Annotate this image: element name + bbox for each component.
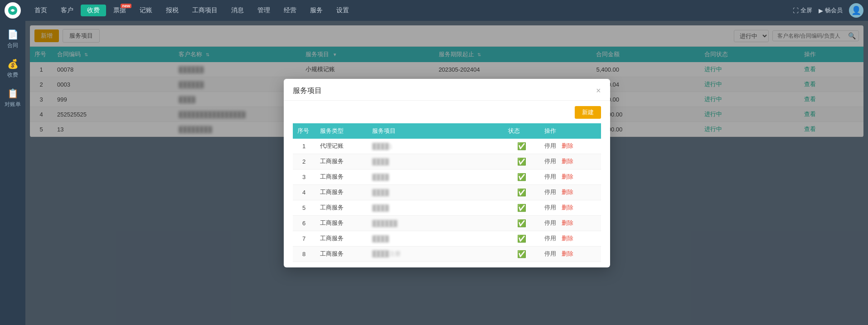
modal-th-seq: 序号 <box>293 123 315 139</box>
nav-fee[interactable]: 收费 <box>81 5 106 16</box>
delete-button[interactable]: 删除 <box>562 250 573 257</box>
modal-header: 服务项目 × <box>284 79 610 101</box>
contract-icon: 📄 <box>7 29 19 40</box>
sidebar: 📄 合同 💰 收费 📋 对账单 <box>0 21 25 325</box>
status-check-icon: ✅ <box>517 219 526 227</box>
modal-cell-item: ████ <box>368 154 504 169</box>
main-content: 新增 服务项目 进行中 🔍 序号 <box>25 21 868 325</box>
modal-cell-status: ✅ <box>504 200 540 215</box>
top-nav-right: ⛶ 全屏 ▶ 畅会员 👤 <box>793 3 863 18</box>
modal-cell-status: ✅ <box>504 169 540 184</box>
modal-cell-status: ✅ <box>504 246 540 262</box>
sidebar-item-fee[interactable]: 💰 收费 <box>1 55 24 82</box>
modal-cell-op: 停用 删除 <box>540 139 601 154</box>
status-check-icon: ✅ <box>517 235 526 243</box>
stop-button[interactable]: 停用 <box>544 142 556 149</box>
nav-manage[interactable]: 管理 <box>251 5 276 16</box>
nav-operation[interactable]: 经营 <box>277 5 303 16</box>
new-badge: new <box>121 4 131 8</box>
service-modal: 服务项目 × 新建 序号 服务类型 服务项目 <box>284 79 610 267</box>
fullscreen-icon: ⛶ <box>793 7 799 14</box>
modal-toolbar: 新建 <box>293 106 601 119</box>
modal-cell-seq: 5 <box>293 200 315 215</box>
nav-settings[interactable]: 设置 <box>330 5 355 16</box>
modal-cell-op: 停用 删除 <box>540 231 601 246</box>
status-check-icon: ✅ <box>517 189 526 196</box>
modal-cell-op: 停用 删除 <box>540 154 601 169</box>
modal-table-row: 2 工商服务 ████ ✅ 停用 删除 <box>293 154 601 169</box>
nav-commerce[interactable]: 工商项目 <box>186 5 224 16</box>
modal-scroll-area[interactable]: 序号 服务类型 服务项目 状态 操作 1 代理记账 ████1 ✅ <box>293 123 601 262</box>
nav-invoice[interactable]: 票据 new <box>107 5 132 16</box>
modal-cell-status: ✅ <box>504 184 540 200</box>
modal-cell-op: 停用 删除 <box>540 246 601 262</box>
modal-close-button[interactable]: × <box>596 87 601 95</box>
modal-cell-status: ✅ <box>504 215 540 231</box>
delete-button[interactable]: 删除 <box>562 189 573 195</box>
modal-cell-item: ████ <box>368 231 504 246</box>
modal-cell-op: 停用 删除 <box>540 200 601 215</box>
svg-point-1 <box>11 9 14 12</box>
modal-table-row: 8 工商服务 ████注册 ✅ 停用 删除 <box>293 246 601 262</box>
modal-table-row: 4 工商服务 ████ ✅ 停用 删除 <box>293 184 601 200</box>
sidebar-label-reconcile: 对账单 <box>5 101 21 108</box>
modal-body: 新建 序号 服务类型 服务项目 状态 操作 <box>284 101 610 267</box>
avatar-icon: 👤 <box>851 5 861 15</box>
modal-cell-type: 工商服务 <box>315 246 368 262</box>
sidebar-item-reconcile[interactable]: 📋 对账单 <box>1 84 24 112</box>
modal-new-button[interactable]: 新建 <box>575 106 601 119</box>
delete-button[interactable]: 删除 <box>562 173 573 180</box>
modal-cell-type: 代理记账 <box>315 139 368 154</box>
member-button[interactable]: ▶ 畅会员 <box>819 6 843 15</box>
sidebar-item-contract[interactable]: 📄 合同 <box>1 25 24 53</box>
top-nav: 首页 客户 收费 票据 new 记账 报税 工商项目 消息 管理 经营 服务 设… <box>0 0 868 21</box>
modal-cell-op: 停用 删除 <box>540 215 601 231</box>
stop-button[interactable]: 停用 <box>544 204 556 211</box>
stop-button[interactable]: 停用 <box>544 158 556 165</box>
modal-cell-seq: 4 <box>293 184 315 200</box>
fee-icon: 💰 <box>7 58 19 69</box>
delete-button[interactable]: 删除 <box>562 158 573 165</box>
modal-cell-type: 工商服务 <box>315 231 368 246</box>
modal-cell-seq: 7 <box>293 231 315 246</box>
modal-cell-seq: 8 <box>293 246 315 262</box>
modal-cell-seq: 3 <box>293 169 315 184</box>
avatar[interactable]: 👤 <box>849 3 863 18</box>
stop-button[interactable]: 停用 <box>544 189 556 195</box>
stop-button[interactable]: 停用 <box>544 219 556 226</box>
member-icon: ▶ <box>819 7 823 14</box>
stop-button[interactable]: 停用 <box>544 235 556 242</box>
nav-home[interactable]: 首页 <box>28 5 53 16</box>
delete-button[interactable]: 删除 <box>562 142 573 149</box>
modal-th-status: 状态 <box>504 123 540 139</box>
modal-cell-item: ██████ <box>368 215 504 231</box>
stop-button[interactable]: 停用 <box>544 173 556 180</box>
modal-table-row: 1 代理记账 ████1 ✅ 停用 删除 <box>293 139 601 154</box>
modal-table-row: 3 工商服务 ████ ✅ 停用 删除 <box>293 169 601 184</box>
nav-message[interactable]: 消息 <box>225 5 250 16</box>
delete-button[interactable]: 删除 <box>562 235 573 242</box>
modal-overlay[interactable]: 服务项目 × 新建 序号 服务类型 服务项目 <box>25 21 868 325</box>
nav-client[interactable]: 客户 <box>54 5 80 16</box>
main-layout: 📄 合同 💰 收费 📋 对账单 新增 服务项目 进行中 <box>0 21 868 325</box>
fullscreen-button[interactable]: ⛶ 全屏 <box>793 6 812 15</box>
status-check-icon: ✅ <box>517 173 526 181</box>
modal-title: 服务项目 <box>293 86 322 96</box>
logo[interactable] <box>5 2 21 19</box>
modal-th-op: 操作 <box>540 123 601 139</box>
modal-table-row: 5 工商服务 ████ ✅ 停用 删除 <box>293 200 601 215</box>
modal-th-item: 服务项目 <box>368 123 504 139</box>
stop-button[interactable]: 停用 <box>544 250 556 257</box>
delete-button[interactable]: 删除 <box>562 219 573 226</box>
modal-cell-item: ████注册 <box>368 246 504 262</box>
modal-cell-seq: 2 <box>293 154 315 169</box>
modal-cell-op: 停用 删除 <box>540 169 601 184</box>
modal-cell-status: ✅ <box>504 231 540 246</box>
status-check-icon: ✅ <box>517 142 526 150</box>
nav-service[interactable]: 服务 <box>304 5 329 16</box>
nav-bookkeep[interactable]: 记账 <box>133 5 159 16</box>
modal-cell-seq: 1 <box>293 139 315 154</box>
delete-button[interactable]: 删除 <box>562 204 573 211</box>
modal-cell-type: 工商服务 <box>315 200 368 215</box>
nav-tax[interactable]: 报税 <box>160 5 185 16</box>
